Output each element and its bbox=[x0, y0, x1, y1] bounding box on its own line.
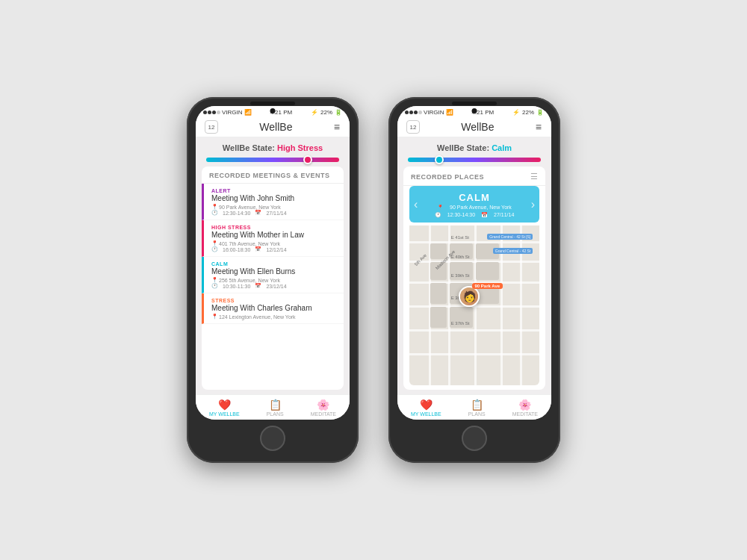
places-card: REcorded PLACES ☰ ‹ CALM 📍 90 Park Avenu… bbox=[403, 167, 545, 390]
dot4 bbox=[217, 111, 220, 114]
phones-container: VIRGIN 📶 4:21 PM ⚡ 22% 🔋 12 WellBe ≡ bbox=[187, 97, 560, 463]
phone-left: VIRGIN 📶 4:21 PM ⚡ 22% 🔋 12 WellBe ≡ bbox=[187, 97, 359, 463]
battery-icon-left: 🔋 bbox=[335, 109, 342, 116]
speaker-right bbox=[452, 102, 497, 105]
content-right: WellBe State: Calm REcorded PLACES ☰ bbox=[397, 137, 551, 394]
signal-dots-right bbox=[405, 111, 422, 114]
place-carousel: ‹ CALM 📍 90 Park Avenue, New York 🕐 12:3… bbox=[409, 186, 539, 223]
map-area: E 41st St E 40th St E 39th St E 38th St … bbox=[409, 225, 539, 385]
speaker bbox=[250, 102, 295, 105]
nav-bar-left: 12 WellBe ≡ bbox=[196, 117, 350, 137]
state-label-right: WellBe State: bbox=[437, 143, 489, 152]
nav-title-right: WellBe bbox=[461, 121, 494, 133]
dot1 bbox=[203, 111, 207, 114]
place-time-meta: 🕐 12:30-14:30 📅 27/11/14 bbox=[417, 212, 532, 218]
status-right-right: ⚡ 22% 🔋 bbox=[512, 109, 544, 116]
meeting-item-1[interactable]: HIGH STRESS Meeting With Mother in Law 📍… bbox=[202, 220, 344, 257]
nav-mywellbe-label-right: MY WELLBE bbox=[411, 411, 441, 417]
place-meta: 📍 90 Park Avenue, New York bbox=[417, 205, 532, 211]
nav-title-left: WellBe bbox=[259, 121, 292, 133]
stress-bar-right bbox=[397, 155, 551, 167]
stress-marker-left bbox=[303, 155, 312, 164]
bottom-nav-left: ❤️ MY WELLBE 📋 PLANS 🌸 MEDITATE bbox=[196, 394, 350, 420]
home-button-right[interactable] bbox=[462, 426, 487, 451]
nav-plans-left[interactable]: 📋 PLANS bbox=[267, 399, 284, 417]
meeting-meta-3: 📍 124 Lexington Avenue, New York bbox=[211, 314, 336, 320]
plans-icon-left: 📋 bbox=[269, 399, 282, 411]
wifi-icon: 📶 bbox=[244, 109, 252, 116]
rdot2 bbox=[409, 111, 413, 114]
meeting-name-3: Meeting With Charles Graham bbox=[211, 304, 336, 312]
place-label: 90 Park Ave bbox=[472, 283, 503, 289]
meditate-icon-left: 🌸 bbox=[317, 399, 329, 411]
nav-menu-right[interactable]: ≡ bbox=[536, 121, 542, 133]
card-header-right: REcorded PLACES ☰ bbox=[403, 167, 545, 186]
status-left: VIRGIN 📶 bbox=[203, 109, 252, 116]
nav-mywellbe-label-left: MY WELLBE bbox=[209, 411, 240, 417]
map-grid: E 41st St E 40th St E 39th St E 38th St … bbox=[409, 225, 539, 385]
cal-icon-0: 📅 bbox=[255, 210, 261, 216]
bottom-nav-right: ❤️ MY WELLBE 📋 PLANS 🌸 MEDITATE bbox=[397, 394, 551, 420]
card-header-left: RECORDED MEETINGS & EVENTS bbox=[202, 167, 344, 184]
meeting-time-1: 🕐 16:00-18:30 📅 12/12/14 bbox=[211, 246, 336, 252]
list-icon-right: ☰ bbox=[530, 172, 538, 181]
meeting-item-0[interactable]: ALERT Meeting With John Smith 📍 90 Park … bbox=[202, 184, 344, 220]
stress-bar-track-right bbox=[408, 158, 541, 162]
place-address-icon: 📍 bbox=[437, 205, 444, 211]
chevron-right-icon[interactable]: › bbox=[531, 198, 535, 211]
place-type: CALM bbox=[417, 192, 532, 203]
nav-meditate-label-left: MEDITATE bbox=[311, 411, 336, 417]
card-title-right: REcorded PLACES bbox=[411, 173, 484, 181]
nav-menu-left[interactable]: ≡ bbox=[334, 121, 341, 133]
rdot4 bbox=[418, 111, 422, 114]
nav-meditate-left[interactable]: 🌸 MEDITATE bbox=[311, 399, 336, 417]
battery-left: 22% bbox=[320, 109, 332, 116]
nav-plans-label-right: PLANS bbox=[468, 411, 486, 417]
meeting-meta-1: 📍 401 7th Avenue, New York bbox=[211, 240, 336, 246]
meeting-address-0: 📍 90 Park Avenue, New York bbox=[211, 204, 281, 210]
camera bbox=[270, 108, 276, 113]
nav-meditate-right[interactable]: 🌸 MEDITATE bbox=[512, 399, 538, 417]
state-value-left: High Stress bbox=[277, 143, 323, 152]
phone-screen-left: VIRGIN 📶 4:21 PM ⚡ 22% 🔋 12 WellBe ≡ bbox=[196, 106, 350, 420]
avenue-label-0: 5th Ave bbox=[414, 253, 427, 267]
chevron-left-icon[interactable]: ‹ bbox=[414, 198, 418, 211]
stress-marker-right bbox=[435, 155, 444, 164]
bluetooth-icon: ⚡ bbox=[311, 109, 318, 116]
meeting-name-2: Meeting With Ellen Burns bbox=[211, 267, 336, 276]
content-left: WellBe State: High Stress RECORDED MEETI… bbox=[196, 137, 350, 394]
carrier-left: VIRGIN bbox=[222, 109, 243, 116]
phone-right: VIRGIN 📶 4:21 PM ⚡ 22% 🔋 12 WellBe ≡ bbox=[388, 97, 560, 463]
meeting-name-0: Meeting With John Smith bbox=[211, 194, 336, 202]
street-label-1: E 40th St bbox=[451, 255, 470, 259]
camera-right bbox=[472, 108, 477, 113]
stress-bar-left bbox=[196, 155, 350, 167]
place-address: 90 Park Avenue, New York bbox=[450, 205, 512, 211]
battery-right: 22% bbox=[522, 109, 534, 116]
meeting-label-2: CALM bbox=[211, 261, 336, 267]
home-button-left[interactable] bbox=[260, 426, 285, 451]
nav-bar-right: 12 WellBe ≡ bbox=[397, 117, 551, 137]
signal-dots bbox=[203, 111, 220, 114]
card-title-left: RECORDED MEETINGS & EVENTS bbox=[209, 172, 330, 179]
poi-badge-0: Grand Central - 42 St [S] bbox=[487, 234, 533, 240]
nav-mywellbe-right[interactable]: ❤️ MY WELLBE bbox=[411, 399, 441, 417]
nav-plans-right[interactable]: 📋 PLANS bbox=[468, 399, 486, 417]
battery-icon-right: 🔋 bbox=[536, 109, 544, 116]
status-right-left: ⚡ 22% 🔋 bbox=[311, 109, 342, 116]
meetings-card: RECORDED MEETINGS & EVENTS ALERT Meeting… bbox=[202, 167, 344, 390]
phone-screen-right: VIRGIN 📶 4:21 PM ⚡ 22% 🔋 12 WellBe ≡ bbox=[397, 106, 551, 420]
meeting-meta-2: 📍 256 5th Avenue, New York bbox=[211, 277, 336, 283]
state-header-left: WellBe State: High Stress bbox=[196, 137, 350, 155]
meeting-label-1: HIGH STRESS bbox=[211, 225, 336, 230]
rdot3 bbox=[414, 111, 418, 114]
nav-mywellbe-left[interactable]: ❤️ MY WELLBE bbox=[209, 399, 240, 417]
meeting-meta-0: 📍 90 Park Avenue, New York bbox=[211, 204, 336, 210]
meeting-item-3[interactable]: STRESS Meeting With Charles Graham 📍 124… bbox=[202, 293, 344, 324]
street-label-2: E 39th St bbox=[451, 273, 470, 278]
nav-meditate-label-right: MEDITATE bbox=[512, 411, 538, 417]
meeting-item-2[interactable]: CALM Meeting With Ellen Burns 📍 256 5th … bbox=[202, 257, 344, 293]
meeting-time-2: 🕐 10:30-11:30 📅 23/12/14 bbox=[211, 283, 336, 289]
carrier-right: VIRGIN bbox=[424, 109, 444, 116]
heart-icon-left: ❤️ bbox=[218, 399, 231, 411]
